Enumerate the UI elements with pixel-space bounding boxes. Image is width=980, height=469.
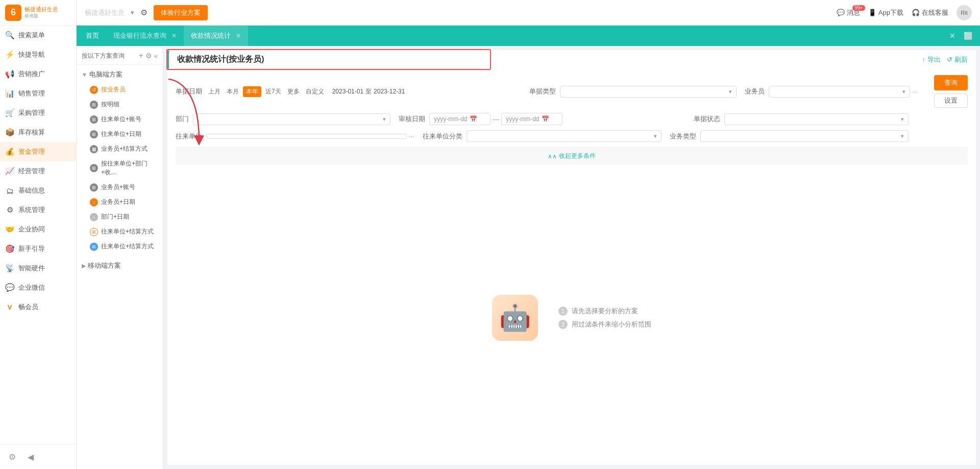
audit-date-end-input[interactable]: yyyy-mm-dd 📅 bbox=[501, 113, 562, 125]
sidebar-item-hardware[interactable]: 📡 智能硬件 bbox=[0, 259, 76, 278]
scheme-item-by-salesperson[interactable]: ↺ 按业务员 bbox=[77, 82, 163, 97]
sidebar-item-label-search: 搜索菜单 bbox=[18, 31, 45, 40]
scheme-item-by-detail[interactable]: ⊞ 按明细 bbox=[77, 97, 163, 112]
tip-2-number: 2 bbox=[558, 320, 568, 329]
footer-collapse-icon[interactable]: ◀ bbox=[23, 450, 38, 464]
desktop-group-header[interactable]: ▼ 电脑端方案 bbox=[77, 67, 163, 82]
tab-collection-close[interactable]: ✕ bbox=[236, 32, 241, 39]
main-content: 畅捷通好生意 ▾ ⚙ 体验行业方案 💬 消息 99+ 📱 App下载 🎧 在线客… bbox=[77, 0, 980, 469]
logo-icon: 6 bbox=[5, 5, 21, 21]
salesperson-more-icon[interactable]: ··· bbox=[912, 88, 918, 96]
online-service-button[interactable]: 🎧 在线客服 bbox=[912, 8, 948, 17]
date-tab-this-month[interactable]: 本月 bbox=[225, 86, 241, 97]
salesperson-select[interactable]: ▾ bbox=[769, 86, 910, 98]
company-icon: 🤝 bbox=[5, 225, 14, 234]
scheme-icon-salesperson-date: ○ bbox=[90, 198, 98, 206]
date-tab-last-month[interactable]: 上月 bbox=[206, 86, 223, 97]
left-panel-settings-icon[interactable]: ⚙ bbox=[145, 52, 152, 60]
sidebar-item-inventory[interactable]: 📦 库存核算 bbox=[0, 123, 76, 142]
sidebar-item-label-wechat: 企业微信 bbox=[18, 283, 45, 292]
sidebar-item-label-basic: 基础信息 bbox=[18, 186, 45, 195]
scheme-item-dept-date[interactable]: ○ 部门+日期 bbox=[77, 209, 163, 224]
collapse-bar[interactable]: ∧∧ 收起更多条件 bbox=[176, 147, 968, 165]
topbar-gear-icon[interactable]: ⚙ bbox=[140, 8, 148, 17]
audit-date-start-input[interactable]: yyyy-mm-dd 📅 bbox=[429, 113, 491, 125]
footer-settings-icon[interactable]: ⚙ bbox=[5, 450, 19, 464]
sidebar-item-quick-nav[interactable]: ⚡ 快捷导航 bbox=[0, 45, 76, 64]
scheme-item-unit-account[interactable]: ⊞ 往来单位+账号 bbox=[77, 112, 163, 127]
business-type-select[interactable]: ▾ bbox=[700, 130, 909, 142]
export-button[interactable]: ↑ 导出 bbox=[922, 55, 941, 64]
date-tab-this-year[interactable]: 本年 bbox=[243, 86, 261, 97]
salesperson-caret-icon: ▾ bbox=[902, 88, 905, 95]
messages-button[interactable]: 💬 消息 99+ bbox=[837, 8, 860, 17]
unit-category-select[interactable]: ▾ bbox=[467, 130, 662, 142]
scheme-item-unit-payment1[interactable]: ⊞ 往来单位+结算方式 bbox=[77, 224, 163, 239]
sidebar-item-basic[interactable]: 🗂 基础信息 bbox=[0, 181, 76, 200]
sidebar-item-purchase[interactable]: 🛒 采购管理 bbox=[0, 103, 76, 123]
scheme-item-unit-payment2[interactable]: ⊞ 往来单位+结算方式 bbox=[77, 239, 163, 254]
doc-type-select[interactable]: ▾ bbox=[560, 86, 737, 98]
basic-icon: 🗂 bbox=[5, 186, 14, 195]
tab-collection[interactable]: 收款情况统计 ✕ bbox=[184, 26, 248, 46]
doc-status-select[interactable]: ▾ bbox=[724, 113, 909, 125]
business-type-label: 业务类型 bbox=[670, 132, 696, 141]
user-avatar[interactable]: Rit bbox=[957, 5, 972, 20]
scheme-item-salesperson-date[interactable]: ○ 业务员+日期 bbox=[77, 195, 163, 209]
tab-bank-flow-close[interactable]: ✕ bbox=[172, 32, 177, 39]
unit-more-icon[interactable]: ··· bbox=[409, 132, 414, 140]
app-download-button[interactable]: 📱 App下载 bbox=[868, 8, 903, 17]
sidebar-item-label-inventory: 库存核算 bbox=[18, 128, 45, 137]
sidebar-item-marketing[interactable]: 📢 营销推广 bbox=[0, 64, 76, 84]
sidebar-item-sales[interactable]: 📊 销售管理 bbox=[0, 84, 76, 103]
sidebar-item-system[interactable]: ⚙ 系统管理 bbox=[0, 200, 76, 220]
mobile-group-header[interactable]: ▶ 移动端方案 bbox=[77, 258, 163, 273]
sidebar-item-operations[interactable]: 📈 经营管理 bbox=[0, 161, 76, 181]
left-panel-add-icon[interactable]: + bbox=[138, 51, 143, 60]
scheme-item-unit-dept-collect[interactable]: ⊞ 按往来单位+部门+收... bbox=[77, 156, 163, 180]
sidebar-item-label-guide: 新手引导 bbox=[18, 244, 45, 253]
right-panel: 收款情况统计(按业务员) ↑ 导出 ↺ 刷新 bbox=[163, 46, 980, 469]
window-close-button[interactable]: ✕ bbox=[946, 30, 959, 42]
hardware-icon: 📡 bbox=[5, 264, 14, 273]
unit-select[interactable] bbox=[206, 134, 407, 139]
sidebar-item-search[interactable]: 🔍 搜索菜单 bbox=[0, 26, 76, 45]
window-maximize-button[interactable]: ⬜ bbox=[962, 30, 974, 42]
purchase-icon: 🛒 bbox=[5, 108, 14, 118]
filter-unit-category-item: 往来单位分类 ▾ bbox=[423, 130, 662, 142]
sidebar-item-guide[interactable]: 🎯 新手引导 bbox=[0, 239, 76, 259]
scheme-icon-dept-date: ○ bbox=[90, 213, 98, 221]
tab-home[interactable]: 首页 bbox=[79, 26, 106, 46]
date-tab-last-7[interactable]: 近7天 bbox=[263, 86, 283, 97]
date-tab-custom[interactable]: 自定义 bbox=[304, 86, 326, 97]
filter-settings-button[interactable]: 设置 bbox=[934, 93, 968, 108]
sidebar-item-label-sales: 销售管理 bbox=[18, 89, 45, 98]
sidebar-item-member[interactable]: V 畅会员 bbox=[0, 297, 76, 317]
scheme-label-unit-date: 往来单位+日期 bbox=[101, 130, 141, 138]
refresh-label: 刷新 bbox=[954, 55, 968, 64]
dept-label: 部门 bbox=[176, 114, 189, 124]
topbar: 畅捷通好生意 ▾ ⚙ 体验行业方案 💬 消息 99+ 📱 App下载 🎧 在线客… bbox=[77, 0, 980, 26]
date-tab-more[interactable]: 更多 bbox=[285, 86, 302, 97]
scheme-label-dept-date: 部门+日期 bbox=[101, 213, 129, 221]
scheme-item-salesperson-payment[interactable]: ▦ 业务员+结算方式 bbox=[77, 142, 163, 156]
dept-select[interactable]: ▾ bbox=[193, 113, 390, 125]
sidebar-item-finance[interactable]: 💰 资金管理 bbox=[0, 142, 76, 161]
unit-category-caret-icon: ▾ bbox=[654, 133, 657, 139]
search-icon: 🔍 bbox=[5, 31, 14, 40]
logo-text: 畅捷通好生意 bbox=[24, 6, 58, 13]
trial-button[interactable]: 体验行业方案 bbox=[154, 5, 208, 20]
left-panel-collapse-icon[interactable]: « bbox=[154, 52, 158, 60]
sidebar-item-wechat[interactable]: 💬 企业微信 bbox=[0, 278, 76, 297]
sidebar-item-company[interactable]: 🤝 企业协同 bbox=[0, 220, 76, 239]
tab-bank-flow[interactable]: 现金银行流水查询 ✕ bbox=[106, 26, 184, 46]
wechat-icon: 💬 bbox=[5, 283, 14, 292]
scheme-item-salesperson-account[interactable]: ⊞ 业务员+账号 bbox=[77, 180, 163, 195]
tabbar: 首页 现金银行流水查询 ✕ 收款情况统计 ✕ ✕ ⬜ bbox=[77, 26, 980, 46]
topbar-dropdown-icon[interactable]: ▾ bbox=[131, 9, 134, 16]
date-control: 上月 本月 本年 近7天 更多 自定义 2023-01-01 至 2023-12… bbox=[206, 86, 521, 97]
query-button[interactable]: 查询 bbox=[934, 75, 968, 90]
scheme-item-unit-date[interactable]: ⊞ 往来单位+日期 bbox=[77, 127, 163, 142]
sidebar-item-label-hardware: 智能硬件 bbox=[18, 264, 45, 273]
refresh-button[interactable]: ↺ 刷新 bbox=[947, 55, 968, 64]
